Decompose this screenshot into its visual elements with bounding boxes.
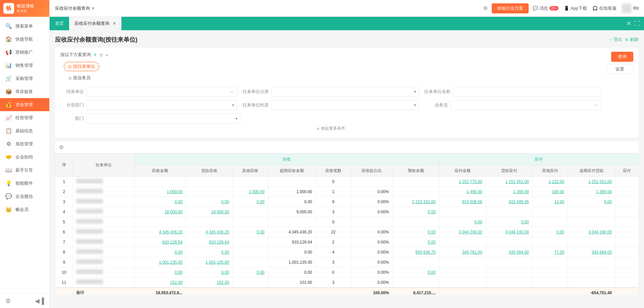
ar-amount-8[interactable]: 1,001,135.00 bbox=[134, 257, 186, 267]
ar-loan-5[interactable]: 4,345,436.20 bbox=[186, 227, 233, 237]
ap-overdue-7[interactable]: 345,684.00 bbox=[568, 247, 615, 257]
filter-collapse-btn[interactable]: ∧ 收起更多条件 bbox=[60, 124, 601, 133]
ap-amount-0[interactable]: 1,252,773.00 bbox=[439, 177, 486, 187]
sidebar-item-3[interactable]: 📊 销售管理 bbox=[0, 59, 49, 72]
app-download-btn[interactable]: 📱 App下载 bbox=[564, 5, 587, 11]
refresh-button[interactable]: ↻ 刷新 bbox=[625, 37, 639, 43]
ar-prepaid-6[interactable]: 0.00 bbox=[392, 237, 439, 247]
sidebar-item-2[interactable]: 📢 营销推广 bbox=[0, 46, 49, 59]
dept-select[interactable]: ▾ bbox=[87, 100, 237, 110]
salesman-input[interactable]: ··· bbox=[450, 100, 601, 110]
ap-other-2[interactable]: 13.00 bbox=[532, 197, 568, 207]
ap-other-1[interactable]: 100.00 bbox=[532, 187, 568, 197]
ap-loan-4[interactable]: 0.00 bbox=[486, 217, 532, 227]
ar-amount-3[interactable]: 18,000.00 bbox=[134, 207, 186, 217]
sidebar-item-12[interactable]: 💡 智能硬件 bbox=[0, 177, 49, 190]
sidebar-settings-icon[interactable]: ⚙ bbox=[5, 297, 11, 305]
ar-amount-2[interactable]: 0.00 bbox=[134, 197, 186, 207]
filter-collapse-left-icon[interactable]: « bbox=[106, 52, 108, 57]
ap-rest-7 bbox=[615, 247, 639, 257]
ap-loan-1[interactable]: 1,390.00 bbox=[486, 187, 532, 197]
ar-loan-7[interactable]: 0.00 bbox=[186, 247, 233, 257]
ar-amount-10[interactable]: 152.00 bbox=[134, 277, 186, 288]
unit-category-select[interactable]: ▾ bbox=[271, 87, 419, 97]
ar-loan-6[interactable]: 810,126.64 bbox=[186, 237, 233, 247]
header-settings-icon[interactable]: ⚙ bbox=[483, 5, 488, 11]
ap-amount-2[interactable]: 915,508.56 bbox=[439, 197, 486, 207]
sidebar-collapse-icon[interactable]: ◀▐ bbox=[35, 297, 44, 305]
sidebar-item-1[interactable]: 🏠 快捷导航 bbox=[0, 33, 49, 46]
ar-prepaid-3[interactable]: 0.00 bbox=[392, 207, 439, 217]
department-select[interactable]: ▾ bbox=[87, 114, 240, 124]
ar-amount-5[interactable]: 4,345,436.20 bbox=[134, 227, 186, 237]
ap-overdue-5[interactable]: 3,044,240.00 bbox=[568, 227, 615, 237]
unit-name-input[interactable] bbox=[453, 87, 601, 97]
ar-other-1[interactable]: 1,000.00 bbox=[233, 187, 268, 197]
messages-btn[interactable]: 💬 消息 99+ bbox=[533, 5, 558, 11]
filter-plan-by-salesman[interactable]: ⊙ 按业务员 bbox=[64, 73, 99, 83]
sidebar-item-11[interactable]: 📖 新手引导 bbox=[0, 164, 49, 177]
ap-loan-2[interactable]: 915,495.56 bbox=[486, 197, 532, 207]
settings-button[interactable]: 设置 bbox=[606, 64, 633, 74]
sidebar-item-5[interactable]: 📦 库存核算 bbox=[0, 85, 49, 98]
export-button[interactable]: ↑ 导出 bbox=[610, 37, 623, 43]
online-service-btn[interactable]: 🎧 在线客服 bbox=[592, 5, 616, 11]
ar-prepaid-9[interactable]: 0.00 bbox=[392, 267, 439, 277]
ap-other-7[interactable]: 77.00 bbox=[532, 247, 568, 257]
ap-loan-7[interactable]: 345,684.00 bbox=[486, 247, 532, 257]
tab-close-icon[interactable]: ✕ bbox=[113, 21, 116, 26]
ap-amount-4[interactable]: 0.00 bbox=[439, 217, 486, 227]
table-gear-icon[interactable]: ⚙ bbox=[59, 144, 64, 150]
ap-overdue-2[interactable]: 0.00 bbox=[568, 197, 615, 207]
filter-add-icon[interactable]: + bbox=[94, 52, 97, 58]
ar-other-2[interactable]: 0.00 bbox=[233, 197, 268, 207]
window-close-icon[interactable]: ✕ bbox=[626, 20, 631, 27]
ar-loan-10[interactable]: 152.00 bbox=[186, 277, 233, 288]
ap-overdue-0[interactable]: 1,251,551.00 bbox=[568, 177, 615, 187]
ar-loan-9[interactable]: 0.00 bbox=[186, 267, 233, 277]
ar-loan-8[interactable]: 1,001,135.00 bbox=[186, 257, 233, 267]
ar-prepaid-5[interactable]: 0.00 bbox=[392, 227, 439, 237]
tab-home[interactable]: 首页 bbox=[50, 17, 69, 30]
ar-other-5[interactable]: 0.00 bbox=[233, 227, 268, 237]
query-button[interactable]: 查询 bbox=[611, 52, 633, 62]
ap-amount-1[interactable]: 1,490.00 bbox=[439, 187, 486, 197]
sidebar-item-7[interactable]: 📈 经营管理 bbox=[0, 111, 49, 124]
sidebar-item-10[interactable]: 🤝 企业协同 bbox=[0, 150, 49, 164]
settlement-dots-icon[interactable]: ··· bbox=[229, 89, 234, 95]
window-maximize-icon[interactable]: ⛶ bbox=[634, 20, 640, 27]
unit-nature-select[interactable]: ▾ bbox=[271, 100, 419, 110]
tab-receivable[interactable]: 应收应付余额查询 ✕ bbox=[69, 17, 121, 30]
ap-amount-7[interactable]: 345,761.00 bbox=[439, 247, 486, 257]
footer-ar-prepaid: 6,417,215.... bbox=[392, 288, 439, 295]
ar-amount-7[interactable]: 0.00 bbox=[134, 247, 186, 257]
ap-amount-5[interactable]: 3,044,240.00 bbox=[439, 227, 486, 237]
ap-overdue-1[interactable]: 1,390.00 bbox=[568, 187, 615, 197]
ar-other-9[interactable]: 0.00 bbox=[233, 267, 268, 277]
sidebar-item-4[interactable]: 🛒 采购管理 bbox=[0, 72, 49, 85]
ar-amount-6[interactable]: 810,126.64 bbox=[134, 237, 186, 247]
settlement-input[interactable]: ··· bbox=[87, 87, 237, 97]
ar-loan-2[interactable]: 0.00 bbox=[186, 197, 233, 207]
sidebar-item-0[interactable]: 🔍 搜索菜单 bbox=[0, 19, 49, 33]
ar-prepaid-7[interactable]: 655,636.75 bbox=[392, 247, 439, 257]
ap-loan-5[interactable]: 3,044,240.00 bbox=[486, 227, 532, 237]
ar-prepaid-2[interactable]: 2,153,333.00 bbox=[392, 197, 439, 207]
sidebar-item-13[interactable]: 💬 企业微信 bbox=[0, 190, 49, 203]
solution-button[interactable]: 体验行业方案 bbox=[492, 3, 529, 13]
ar-loan-3[interactable]: 18,000.00 bbox=[186, 207, 233, 217]
user-info[interactable]: Rit bbox=[622, 4, 639, 13]
breadcrumb-dropdown-icon[interactable]: ▾ bbox=[92, 6, 94, 11]
ap-other-5[interactable]: 0.00 bbox=[532, 227, 568, 237]
sidebar-item-8[interactable]: 📋 基础信息 bbox=[0, 124, 49, 137]
salesman-dots-icon[interactable]: ··· bbox=[594, 102, 598, 108]
ap-loan-0[interactable]: 1,251,551.00 bbox=[486, 177, 532, 187]
ar-amount-9[interactable]: 0.00 bbox=[134, 267, 186, 277]
sidebar-item-9[interactable]: ⚙ 系统管理 bbox=[0, 137, 49, 150]
ar-amount-1[interactable]: 1,000.00 bbox=[134, 187, 186, 197]
ap-other-0[interactable]: 1,222.00 bbox=[532, 177, 568, 187]
filter-settings-icon[interactable]: ⊙ bbox=[99, 52, 103, 57]
sidebar-item-6[interactable]: 💰 资金管理 bbox=[0, 98, 49, 111]
sidebar-item-14[interactable]: 👑 畅会员 bbox=[0, 203, 49, 216]
filter-plan-by-unit[interactable]: ⊙ 按往来单位 bbox=[64, 62, 99, 71]
